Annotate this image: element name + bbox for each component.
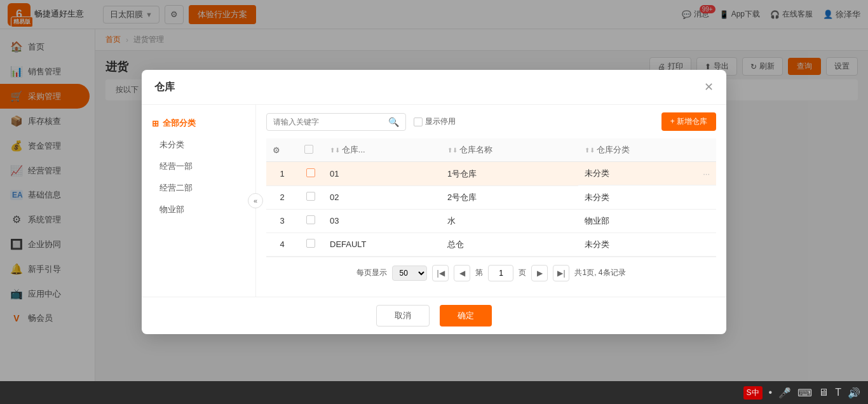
category-item-property[interactable]: 物业部 [142,199,255,220]
th-category: ⬆⬇ 仓库分类 [578,138,716,162]
select-all-checkbox[interactable] [304,145,313,154]
row-cb-3[interactable] [298,209,323,232]
th-name: ⬆⬇ 仓库名称 [441,138,579,162]
sort-icon-code: ⬆⬇ [330,147,342,154]
search-bar: 🔍 显示停用 + 新增仓库 [266,112,716,131]
grid-icon: ⊞ [152,119,159,128]
show-disabled-label[interactable]: 显示停用 [414,116,456,127]
pagination-bar: 每页显示 50 20 100 |◀ ◀ 第 页 ▶ ▶| 共1页, 4条记录 [266,257,716,289]
row-code-4: DEFAULT [323,232,441,256]
page-unit: 页 [519,267,526,278]
row-name-1: 1号仓库 [441,162,579,186]
row-cat-1: 未分类 ··· [578,162,716,185]
page-number-input[interactable] [488,265,513,281]
row-name-2: 2号仓库 [441,185,579,209]
last-page-button[interactable]: ▶| [553,265,569,281]
bottom-taskbar: S中 • 🎤 ⌨ 🖥 T 🔊 [0,381,868,404]
warehouse-dialog: 仓库 ✕ ⊞ 全部分类 未分类 经营一部 经营二部 [142,70,726,334]
row-name-3: 水 [441,209,579,232]
table-row[interactable]: 4 DEFAULT 总仓 未分类 [266,232,716,256]
prev-page-button[interactable]: ◀ [454,265,470,281]
row-name-4: 总仓 [441,232,579,256]
modal-overlay: 仓库 ✕ ⊞ 全部分类 未分类 经营一部 经营二部 [0,0,868,404]
th-checkbox [298,138,323,162]
table-body: 1 01 1号仓库 未分类 ··· 2 [266,162,716,257]
per-page-label: 每页显示 [356,267,387,278]
row-cb-2[interactable] [298,185,323,209]
dialog-body: ⊞ 全部分类 未分类 经营一部 经营二部 物业部 « [142,105,726,297]
cancel-button[interactable]: 取消 [376,305,430,327]
row-code-3: 03 [323,209,441,232]
row-no-1: 1 [266,162,298,186]
gear-col-icon: ⚙ [273,145,280,155]
warehouse-table: ⚙ ⬆⬇ 仓库... ⬆⬇ [266,138,716,257]
row-cb-4[interactable] [298,232,323,256]
first-page-button[interactable]: |◀ [432,265,449,281]
per-page-select[interactable]: 50 20 100 [392,266,427,281]
table-header: ⚙ ⬆⬇ 仓库... ⬆⬇ [266,138,716,162]
category-item-ops1[interactable]: 经营一部 [142,156,255,177]
taskbar-speaker-icon[interactable]: 🔊 [848,387,860,399]
dialog-title: 仓库 [154,81,175,94]
categories-panel: ⊞ 全部分类 未分类 经营一部 经营二部 物业部 « [142,105,256,297]
table-row[interactable]: 2 02 2号仓库 未分类 [266,185,716,209]
search-input[interactable] [273,118,384,126]
row-code-2: 02 [323,185,441,209]
search-icon: 🔍 [388,117,399,127]
taskbar-mic-icon[interactable]: 🎤 [778,387,791,399]
category-item-unclassified[interactable]: 未分类 [142,134,255,156]
th-gear: ⚙ [266,138,298,162]
row-cat-2: 未分类 [578,185,716,209]
row-code-1: 01 [323,162,441,186]
taskbar-s-icon[interactable]: S中 [743,386,763,400]
row-actions-1[interactable]: ··· [703,169,710,178]
row-cat-4: 未分类 [578,232,716,256]
row-no-3: 3 [266,209,298,232]
add-warehouse-button[interactable]: + 新增仓库 [661,112,716,131]
search-input-wrap: 🔍 [266,113,406,131]
all-categories-item[interactable]: ⊞ 全部分类 [142,112,255,134]
table-row[interactable]: 1 01 1号仓库 未分类 ··· [266,162,716,186]
collapse-panel-button[interactable]: « [248,193,263,208]
dialog-close-button[interactable]: ✕ [704,80,714,94]
taskbar-t-icon[interactable]: T [835,387,841,398]
confirm-button[interactable]: 确定 [440,305,492,327]
row-cat-3: 物业部 [578,209,716,232]
all-categories-label: 全部分类 [163,118,196,129]
taskbar-display-icon[interactable]: 🖥 [818,387,829,398]
page-label: 第 [475,267,483,278]
category-item-ops2[interactable]: 经营二部 [142,177,255,199]
row-no-4: 4 [266,232,298,256]
sort-icon-name: ⬆⬇ [447,147,459,154]
sort-icon-cat: ⬆⬇ [585,147,597,154]
th-code: ⬆⬇ 仓库... [323,138,441,162]
right-panel: 🔍 显示停用 + 新增仓库 ⚙ [256,105,726,297]
row-no-2: 2 [266,185,298,209]
show-disabled-checkbox[interactable] [414,118,423,126]
dialog-footer: 取消 确定 [142,297,726,334]
dialog-header: 仓库 ✕ [142,70,726,105]
table-row[interactable]: 3 03 水 物业部 [266,209,716,232]
row-cb-1[interactable] [298,162,323,186]
total-records: 共1页, 4条记录 [574,267,625,278]
next-page-button[interactable]: ▶ [531,265,548,281]
table-wrap: ⚙ ⬆⬇ 仓库... ⬆⬇ [266,138,716,257]
taskbar-keyboard-icon[interactable]: ⌨ [797,387,812,399]
taskbar-dot-icon: • [769,387,773,398]
